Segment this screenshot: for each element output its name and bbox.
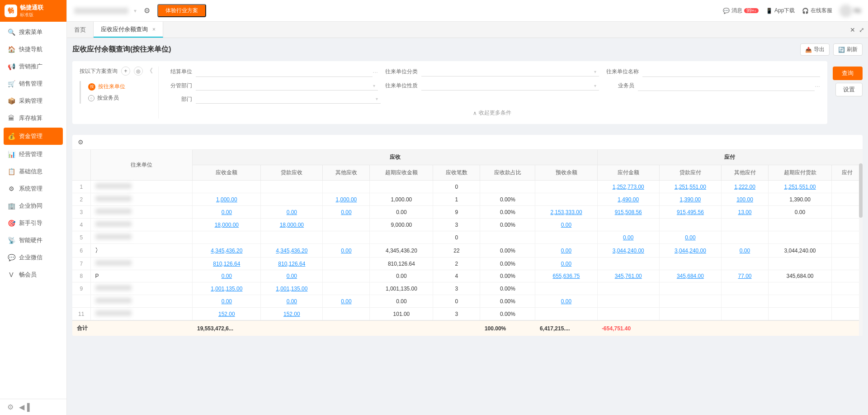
setting-button[interactable]: 设置 (835, 83, 863, 96)
message-label: 消息 (731, 7, 742, 14)
app-download-button[interactable]: 📱 App下载 (766, 7, 795, 14)
partner-name-cell (90, 193, 193, 206)
footer-gear-icon[interactable]: ⚙ (7, 403, 14, 411)
sidebar-item-hardware[interactable]: 📡 智能硬件 (0, 232, 66, 249)
filter-title: 按以下方案查询 (80, 67, 118, 75)
purchase-icon: 📦 (7, 97, 15, 105)
scheme-item-salesman[interactable]: ○ 按业务员 (85, 92, 153, 104)
table-row: 4 18,000.00 18,000.00 9,000.00 3 0.00% 0… (72, 219, 863, 231)
filter-dept: 分管部门 ▾ (164, 81, 378, 91)
sidebar-label-purchase: 采购管理 (19, 97, 42, 105)
header-chevron-icon[interactable]: ▾ (134, 8, 137, 14)
tab-query[interactable]: 应收应付余额查询 × (94, 22, 163, 38)
filter-row-1: 结算单位 ··· 往来单位分类 ▾ 往来单位名 (164, 67, 820, 77)
department-select[interactable]: ▾ (196, 95, 381, 104)
sidebar-item-guide[interactable]: 🎯 新手引导 (0, 215, 66, 232)
sidebar-label-corp: 企业协同 (19, 202, 42, 210)
sidebar-item-basic[interactable]: 📋 基础信息 (0, 163, 66, 180)
sales-icon: 🛒 (7, 80, 15, 88)
filter-row-2: 分管部门 ▾ 往来单位性质 ▾ (164, 81, 820, 91)
filter-collapse-button[interactable]: 《 (146, 67, 153, 75)
sidebar-item-operation[interactable]: 📊 经营管理 (0, 146, 66, 163)
filter-target-button[interactable]: ◎ (134, 67, 143, 76)
scheme-item-partner[interactable]: 按 按往来单位 (85, 81, 153, 92)
table-toolbar: ⚙ (72, 135, 863, 150)
sidebar-item-wechat[interactable]: 💬 企业微信 (0, 249, 66, 266)
scheme-salesman-icon: ○ (88, 95, 94, 101)
pay-loan-link[interactable]: 1,251,551.00 (659, 181, 721, 193)
marketing-icon: 📢 (7, 62, 15, 71)
filter-collapse-row[interactable]: ∧ 收起更多条件 (164, 107, 820, 119)
sidebar-item-quick[interactable]: 🏠 快捷导航 (0, 41, 66, 58)
sidebar-label-marketing: 营销推广 (19, 62, 42, 71)
collapse-label: 收起更多条件 (479, 109, 511, 117)
sidebar-item-sales[interactable]: 🛒 销售管理 (0, 75, 66, 92)
sidebar: 畅 畅捷通联 标准版 🔍 搜索菜单 🏠 快捷导航 📢 营销推广 🛒 销售管理 📦… (0, 0, 67, 415)
hardware-icon: 📡 (7, 236, 15, 244)
tab-close-icon[interactable]: × (152, 26, 156, 33)
breadcrumb (74, 8, 128, 14)
app-label: App下载 (774, 7, 795, 14)
corp-icon: 🏢 (7, 202, 15, 210)
scrollbar-thumb[interactable] (859, 163, 863, 218)
tab-expand-icon[interactable]: ⤢ (859, 26, 864, 33)
service-button[interactable]: 🎧 在线客服 (802, 7, 832, 14)
filter-panel: 按以下方案查询 + ◎ 《 按 按往来单位 ○ (72, 61, 827, 124)
table-row: 9 1,001,135.00 1,001,135.00 1,001,135.00… (72, 282, 863, 295)
col-recv-loan: 贷款应收 (261, 165, 323, 181)
sidebar-item-system[interactable]: ⚙ 系统管理 (0, 180, 66, 197)
filter-partner-nature: 往来单位性质 ▾ (385, 81, 599, 91)
sidebar-label-system: 系统管理 (19, 185, 42, 193)
sidebar-item-member[interactable]: V 畅会员 (0, 266, 66, 283)
pay-amount-link[interactable]: 1,252,773.00 (597, 181, 659, 193)
tab-bar-actions: ✕ ⤢ (846, 22, 868, 38)
dept-select[interactable]: ▾ (196, 81, 378, 91)
settlement-dots[interactable]: ··· (373, 68, 378, 76)
header-gear-icon[interactable]: ⚙ (144, 6, 150, 15)
footer-recv-total[interactable]: 19,553,472,6... (193, 320, 261, 336)
partner-category-select[interactable]: ▾ (421, 67, 599, 76)
sidebar-item-marketing[interactable]: 📢 营销推广 (0, 58, 66, 75)
service-icon: 🎧 (802, 8, 809, 14)
settlement-input[interactable] (196, 67, 373, 77)
tab-close-all-icon[interactable]: ✕ (850, 26, 855, 33)
filter-add-button[interactable]: + (121, 67, 130, 76)
sidebar-item-purchase[interactable]: 📦 采购管理 (0, 92, 66, 110)
breadcrumb-text (74, 8, 128, 14)
sidebar-label-finance: 资金管理 (19, 132, 42, 140)
footer-collapse-icon[interactable]: ◀▐ (19, 403, 29, 411)
sidebar-item-corp[interactable]: 🏢 企业协同 (0, 197, 66, 215)
partner-nature-select[interactable]: ▾ (421, 81, 599, 91)
message-button[interactable]: 💬 消息 99++ (723, 7, 759, 14)
table-container: ⚙ 往来单位 应收 应付 应收金额 贷款应收 其他应收 (72, 135, 863, 336)
data-table: 往来单位 应收 应付 应收金额 贷款应收 其他应收 超期应收金额 应收笔数 应收… (72, 150, 863, 336)
partner-name-input[interactable] (642, 67, 820, 77)
pay-other-link[interactable]: 1,222.00 (722, 181, 769, 193)
partner-name-cell (90, 181, 193, 193)
export-button[interactable]: 📤 导出 (800, 43, 830, 56)
user-area[interactable]: Rit (840, 5, 861, 17)
pay-overdue-link[interactable]: 1,251,551.00 (768, 181, 831, 193)
tab-home[interactable]: 首页 (67, 22, 94, 38)
col-partner: 往来单位 (90, 150, 193, 181)
logo-icon: 畅 (5, 5, 17, 17)
partner-nature-label: 往来单位性质 (385, 82, 421, 90)
sidebar-item-search[interactable]: 🔍 搜索菜单 (0, 24, 66, 41)
message-icon: 💬 (723, 8, 730, 14)
partner-name-cell (90, 219, 193, 231)
sidebar-item-inventory[interactable]: 🏛 库存核算 (0, 110, 66, 127)
sidebar-logo: 畅 畅捷通联 标准版 (0, 0, 66, 22)
salesman-dots[interactable]: ··· (815, 82, 820, 90)
col-pay-loan: 贷款应付 (659, 165, 721, 181)
salesman-input[interactable] (638, 81, 815, 91)
promo-button[interactable]: 体验行业方案 (157, 4, 206, 17)
sidebar-item-finance[interactable]: 💰 资金管理 (4, 128, 63, 145)
partner-name-cell (90, 308, 193, 321)
table-row: 2 1,000.00 1,000.00 1,000.00 1 0.00% 1,4… (72, 193, 863, 206)
scheme-salesman-label: 按业务员 (97, 94, 119, 102)
query-button[interactable]: 查询 (833, 67, 863, 80)
member-icon: V (7, 271, 15, 279)
table-gear-icon[interactable]: ⚙ (78, 138, 84, 146)
query-set-group: 查询 设置 (833, 61, 863, 129)
refresh-button[interactable]: 🔄 刷新 (833, 43, 863, 56)
